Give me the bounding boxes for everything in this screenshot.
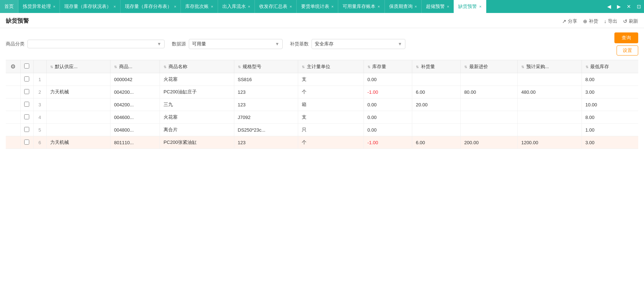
th-default-supplier[interactable]: ⇅ 默认供应... [46, 60, 110, 73]
row-checkbox-4[interactable] [24, 127, 29, 132]
row-latest-price [461, 111, 518, 124]
row-replenish-qty: 6.00 [412, 86, 460, 98]
row-unit: 只 [298, 124, 364, 136]
table-row: 5 004800... 离合片 DS250*23c... 只 0.00 1.00 [6, 124, 638, 136]
th-min-stock[interactable]: ⇅ 最低库存 [582, 60, 638, 73]
row-min-stock: 8.00 [582, 73, 638, 86]
row-supplier: 力天机械 [46, 136, 110, 149]
replenish-base-select[interactable]: 安全库存 ▼ [312, 39, 405, 49]
close-tab-8[interactable]: × [378, 4, 380, 9]
tab-nav-buttons: ◀ ▶ ✕ ⊡ [604, 0, 644, 13]
tab-restore-btn[interactable]: ⊡ [634, 0, 644, 13]
th-settings[interactable]: ⚙ [6, 60, 20, 73]
close-tab-6[interactable]: × [290, 4, 292, 9]
table-row: 2 力天机械 004200... PC200油缸庄子 123 个 -1.00 6… [6, 86, 638, 98]
row-spec: J7092 [234, 111, 298, 124]
replenish-button[interactable]: ⊕ 补货 [583, 18, 598, 25]
export-button[interactable]: ↓ 导出 [604, 18, 617, 25]
tab-prev-btn[interactable]: ◀ [604, 0, 614, 13]
tab-picking-exception[interactable]: 拣货异常处理 × [18, 0, 60, 13]
row-checkbox-cell[interactable] [20, 111, 33, 124]
close-tab-5[interactable]: × [248, 4, 250, 9]
row-checkbox-3[interactable] [24, 114, 29, 119]
row-latest-price: 80.00 [461, 86, 518, 98]
tab-flow[interactable]: 出入库流水 × [218, 0, 255, 13]
tab-expiry[interactable]: 保质期查询 × [385, 0, 422, 13]
close-tab-7[interactable]: × [331, 4, 334, 9]
row-product-name: 离合片 [160, 124, 234, 136]
close-tab-11[interactable]: × [479, 4, 481, 9]
tab-inventory-status[interactable]: 现存量（库存状况表） × [60, 0, 120, 13]
tab-bar: 首页 拣货异常处理 × 现存量（库存状况表） × 现存量（库存分布表） × 库存… [0, 0, 644, 13]
row-checkbox-cell[interactable] [20, 124, 33, 136]
row-number: 6 [33, 136, 46, 149]
close-tab-9[interactable]: × [415, 4, 417, 9]
tab-close-all-btn[interactable]: ✕ [624, 0, 634, 13]
row-estimated-purchase [517, 98, 582, 111]
share-icon: ↗ [562, 18, 566, 24]
settings-button[interactable]: 设置 [617, 45, 638, 56]
refresh-button[interactable]: ↺ 刷新 [623, 18, 638, 25]
tab-home[interactable]: 首页 [0, 0, 18, 13]
row-checkbox-1[interactable] [24, 89, 29, 94]
row-checkbox-5[interactable] [24, 140, 29, 145]
table-container: ⚙ ⇅ 默认供应... ⇅ 商品... ⇅ [0, 60, 644, 149]
tab-next-btn[interactable]: ▶ [614, 0, 624, 13]
th-unit[interactable]: ⇅ 主计量单位 [298, 60, 364, 73]
replenish-icon: ⊕ [583, 18, 587, 24]
row-min-stock: 8.00 [582, 111, 638, 124]
tab-inventory-distribution[interactable]: 现存量（库存分布表） × [121, 0, 181, 13]
row-checkbox-cell[interactable] [20, 73, 33, 86]
tab-overstock[interactable]: 超储预警 × [422, 0, 454, 13]
row-checkbox-cell[interactable] [20, 136, 33, 149]
row-checkbox-cell[interactable] [20, 86, 33, 98]
th-replenish-qty[interactable]: ⇅ 补货量 [412, 60, 460, 73]
select-all-checkbox[interactable] [24, 63, 29, 69]
row-stock-qty: 0.00 [364, 124, 412, 136]
row-replenish-qty: 20.00 [412, 98, 460, 111]
sort-icon-supplier: ⇅ [50, 65, 53, 69]
category-select[interactable]: ▼ [27, 40, 165, 48]
tab-shortage[interactable]: 缺货预警 × [454, 0, 486, 13]
row-stock-qty: -1.00 [364, 86, 412, 98]
row-checkbox-2[interactable] [24, 102, 29, 107]
tab-batch-account[interactable]: 库存批次账 × [181, 0, 218, 13]
row-min-stock: 1.00 [582, 124, 638, 136]
sort-icon-est: ⇅ [521, 65, 524, 69]
th-checkbox[interactable] [20, 60, 33, 73]
row-min-stock: 3.00 [582, 86, 638, 98]
tab-available-ledger[interactable]: 可用量库存账本 × [338, 0, 384, 13]
th-stock-qty[interactable]: ⇅ 库存量 [364, 60, 412, 73]
datasource-select[interactable]: 可用量 ▼ [189, 39, 283, 49]
row-latest-price [461, 98, 518, 111]
row-stock-qty: -1.00 [364, 136, 412, 149]
row-estimated-purchase: 480.00 [517, 86, 582, 98]
query-button[interactable]: 查询 [614, 32, 638, 43]
close-tab-2[interactable]: × [113, 4, 116, 9]
row-estimated-purchase [517, 111, 582, 124]
close-tab-1[interactable]: × [53, 4, 55, 9]
close-tab-10[interactable]: × [447, 4, 449, 9]
table-row: 4 004600... 火花塞 J7092 支 0.00 8.00 [6, 111, 638, 124]
column-settings-icon[interactable]: ⚙ [10, 63, 16, 70]
sort-icon-name: ⇅ [164, 65, 166, 69]
row-checkbox-0[interactable] [24, 76, 29, 81]
th-product-code[interactable]: ⇅ 商品... [110, 60, 160, 73]
close-tab-3[interactable]: × [174, 4, 176, 9]
th-estimated-purchase[interactable]: ⇅ 预计采购... [517, 60, 582, 73]
row-estimated-purchase [517, 73, 582, 86]
shortage-table: ⚙ ⇅ 默认供应... ⇅ 商品... ⇅ [6, 60, 638, 149]
tab-summary[interactable]: 收发存汇总表 × [255, 0, 296, 13]
row-checkbox-cell[interactable] [20, 98, 33, 111]
close-tab-4[interactable]: × [211, 4, 213, 9]
th-product-name[interactable]: ⇅ 商品名称 [160, 60, 234, 73]
row-product-name: 火花塞 [160, 111, 234, 124]
tab-order-stats[interactable]: 要货单统计表 × [297, 0, 338, 13]
row-supplier [46, 98, 110, 111]
share-button[interactable]: ↗ 分享 [562, 18, 577, 25]
th-spec[interactable]: ⇅ 规格型号 [234, 60, 298, 73]
row-min-stock: 3.00 [582, 136, 638, 149]
th-latest-price[interactable]: ⇅ 最新进价 [461, 60, 518, 73]
row-product-name: 火花塞 [160, 73, 234, 86]
datasource-value: 可用量 [192, 41, 272, 47]
